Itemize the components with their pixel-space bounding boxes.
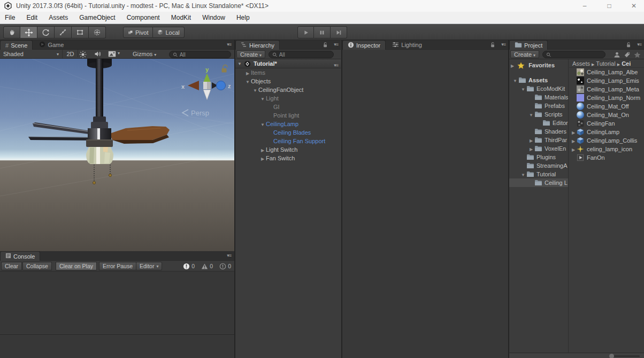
- tab-game[interactable]: Game: [34, 40, 68, 50]
- rotate-tool-button[interactable]: [37, 26, 55, 38]
- panel-menu-icon[interactable]: ▾≡: [334, 42, 338, 47]
- warning-filter-toggle[interactable]: 0: [201, 262, 213, 270]
- rect-tool-button[interactable]: [72, 26, 89, 38]
- panel-menu-icon[interactable]: ▾≡: [227, 42, 231, 47]
- favorites-row[interactable]: ▶ Favorites: [509, 61, 568, 69]
- asset-item-celing_lamp_icon[interactable]: ▶celing_lamp_icon: [569, 145, 644, 153]
- close-button[interactable]: ✕: [625, 1, 643, 11]
- thumbnail-zoom-track[interactable]: [612, 355, 640, 357]
- lock-icon[interactable]: [626, 42, 631, 49]
- project-folder-ceiling-l[interactable]: Ceiling L: [509, 178, 568, 187]
- scene-header-row[interactable]: ▼ Tutorial* ▾≡: [235, 59, 341, 68]
- hierarchy-item-items[interactable]: ▶Items: [235, 68, 341, 77]
- collapse-button[interactable]: Collapse: [22, 262, 52, 270]
- hierarchy-item-light[interactable]: ▼Light: [235, 94, 341, 103]
- 2d-toggle[interactable]: 2D: [63, 50, 78, 57]
- maximize-button[interactable]: □: [600, 1, 618, 11]
- error-filter-toggle[interactable]: 0: [183, 262, 195, 270]
- asset-item-ceiling_lamp_emis[interactable]: Ceiling_Lamp_Emis: [569, 76, 644, 85]
- asset-item-ceilinglamp_collis[interactable]: ▶CeilingLamp_Collis: [569, 136, 644, 145]
- breadcrumb-assets[interactable]: Assets: [572, 60, 590, 67]
- foldout-arrow[interactable]: ▼: [236, 59, 243, 68]
- gizmos-dropdown[interactable]: Gizmos ▾: [133, 51, 156, 57]
- breadcrumb-tutorial[interactable]: Tutorial: [596, 60, 615, 67]
- error-pause-button[interactable]: Error Pause: [99, 262, 136, 270]
- menu-gameobject[interactable]: GameObject: [74, 12, 120, 24]
- hierarchy-item-fan-switch[interactable]: ▶Fan Switch: [235, 154, 341, 162]
- local-toggle-button[interactable]: Local: [153, 27, 184, 38]
- shading-mode-dropdown[interactable]: Shaded▾: [0, 50, 63, 58]
- asset-item-ceilinglamp[interactable]: ▶CeilingLamp: [569, 128, 644, 136]
- move-tool-button[interactable]: [20, 26, 37, 38]
- project-search-input[interactable]: [553, 52, 602, 58]
- scene-search-input[interactable]: [180, 52, 227, 58]
- tab-lighting[interactable]: Lighting: [387, 40, 427, 50]
- asset-item-ceiling_lamp_albe[interactable]: Ceiling_Lamp_Albe: [569, 68, 644, 76]
- project-folder-ecomodkit[interactable]: ▼EcoModKit: [509, 84, 568, 93]
- panel-divider[interactable]: [508, 40, 509, 358]
- menu-assets[interactable]: Assets: [44, 12, 73, 24]
- console-log-list[interactable]: [0, 271, 234, 335]
- project-folder-tutorial[interactable]: ▼Tutorial: [509, 170, 568, 178]
- pivot-toggle-button[interactable]: Pivot: [123, 27, 153, 38]
- hierarchy-item-ceilingfanobject[interactable]: ▼CeilingFanObject: [235, 85, 341, 94]
- clear-button[interactable]: Clear: [1, 262, 22, 270]
- hierarchy-item-light-switch[interactable]: ▶Light Switch: [235, 145, 341, 154]
- panel-menu-icon[interactable]: ▾≡: [637, 42, 641, 47]
- hierarchy-item-point-light[interactable]: Point light: [235, 111, 341, 120]
- hierarchy-item-ceiling-blades[interactable]: Ceiling Blades: [235, 128, 341, 137]
- foldout-arrow[interactable]: ▶: [259, 155, 266, 164]
- asset-item-ceiling_lamp_meta[interactable]: Ceiling_Lamp_Meta: [569, 85, 644, 94]
- project-folder-assets[interactable]: ▼Assets: [509, 76, 568, 84]
- pause-button[interactable]: [314, 26, 331, 38]
- menu-help[interactable]: Help: [232, 12, 255, 24]
- project-folder-shaders[interactable]: Shaders: [509, 127, 568, 136]
- asset-item-ceiling_lamp_norm[interactable]: Ceiling_Lamp_Norm: [569, 94, 644, 102]
- tab-console[interactable]: Console: [0, 251, 40, 261]
- project-folder-editor[interactable]: Editor: [509, 119, 568, 127]
- search-by-label-icon[interactable]: [624, 51, 631, 59]
- hierarchy-item-gi[interactable]: GI: [235, 103, 341, 111]
- minimize-button[interactable]: –: [576, 1, 594, 11]
- thumbnail-zoom-slider[interactable]: [609, 354, 614, 358]
- project-folder-plugins[interactable]: Plugins: [509, 153, 568, 161]
- effects-dropdown[interactable]: ▾: [108, 51, 120, 57]
- scene-search-field[interactable]: [169, 51, 231, 58]
- tab-hierarchy[interactable]: Hierarchy: [235, 40, 280, 50]
- play-button[interactable]: [297, 26, 314, 38]
- project-folder-scripts[interactable]: ▼Scripts: [509, 110, 568, 119]
- editor-dropdown[interactable]: Editor▾: [136, 262, 162, 270]
- log-filter-toggle[interactable]: 0: [219, 262, 231, 270]
- saved-search-star-icon[interactable]: [634, 51, 641, 59]
- hierarchy-item-ceilinglamp[interactable]: ▼CeilingLamp: [235, 120, 341, 128]
- menu-edit[interactable]: Edit: [21, 12, 42, 24]
- project-folder-streaminga[interactable]: StreamingA: [509, 161, 568, 170]
- transform-tool-button[interactable]: [89, 26, 106, 38]
- project-folder-materials[interactable]: Materials: [509, 93, 568, 102]
- lock-icon[interactable]: [323, 42, 328, 49]
- lighting-toggle-icon[interactable]: [79, 51, 87, 59]
- menu-file[interactable]: File: [0, 12, 20, 24]
- scale-tool-button[interactable]: [55, 26, 72, 38]
- step-button[interactable]: [331, 26, 347, 38]
- tab-inspector[interactable]: Inspector: [342, 40, 386, 50]
- tab-scene[interactable]: # Scene: [0, 40, 33, 50]
- panel-divider[interactable]: [234, 40, 235, 358]
- menu-component[interactable]: Component: [122, 12, 165, 24]
- hierarchy-search-field[interactable]: [269, 51, 334, 58]
- menu-window[interactable]: Window: [197, 12, 230, 24]
- create-dropdown[interactable]: Create ▾: [510, 50, 539, 58]
- hierarchy-item-objects[interactable]: ▼Objects: [235, 77, 341, 85]
- project-folder-voxelen[interactable]: ▶VoxelEn: [509, 144, 568, 153]
- asset-item-fanon[interactable]: FanOn: [569, 153, 644, 162]
- asset-item-ceiling_mat_on[interactable]: Ceiling_Mat_On: [569, 111, 644, 119]
- hierarchy-search-input[interactable]: [279, 52, 330, 58]
- tab-project[interactable]: Project: [509, 40, 548, 50]
- scene-viewport[interactable]: y x z: [0, 59, 234, 251]
- asset-item-ceilingfan[interactable]: CeilingFan: [569, 119, 644, 128]
- panel-menu-icon[interactable]: ▾≡: [501, 42, 505, 47]
- panel-menu-icon[interactable]: ▾≡: [227, 253, 231, 258]
- menu-modkit[interactable]: ModKit: [166, 12, 196, 24]
- panel-divider[interactable]: [341, 40, 342, 358]
- console-detail-area[interactable]: [0, 336, 234, 358]
